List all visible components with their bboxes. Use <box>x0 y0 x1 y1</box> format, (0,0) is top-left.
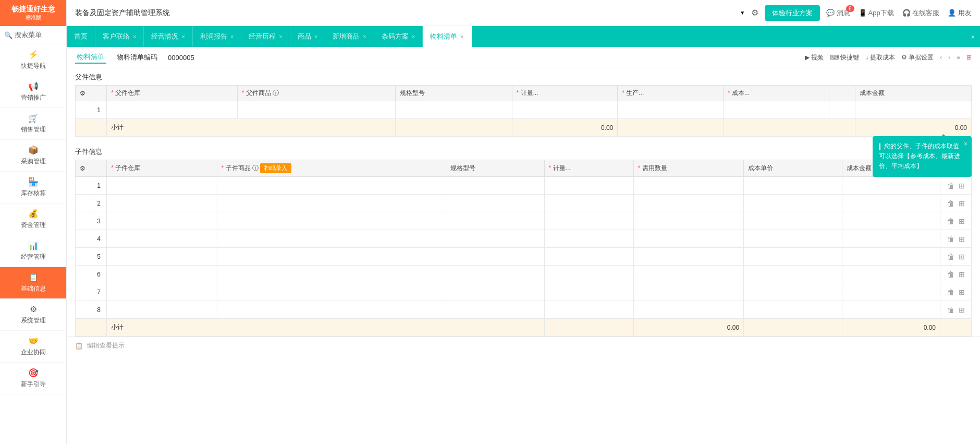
child-spec-4[interactable] <box>446 230 544 248</box>
sidebar-item-marketing[interactable]: 📢营销推广 <box>0 76 66 108</box>
tab-close-bom[interactable]: × <box>460 33 463 40</box>
app-download-btn[interactable]: 📱 App下载 <box>859 8 894 18</box>
child-warehouse-4[interactable] <box>107 230 217 248</box>
user-avatar[interactable]: 👤 用友 <box>948 8 972 18</box>
message-btn[interactable]: 💬 6 消息 <box>826 8 850 18</box>
child-product-8[interactable] <box>217 301 446 319</box>
copy-icon-6[interactable]: ⊞ <box>959 270 965 279</box>
nav-tab-profit[interactable]: 利润报告× <box>193 26 241 47</box>
sidebar-item-enterprise[interactable]: 🤝企业协同 <box>0 331 66 363</box>
child-product-1[interactable] <box>217 177 446 195</box>
delete-icon-2[interactable]: 🗑 <box>947 199 954 208</box>
nav-tab-customers[interactable]: 客户联络× <box>95 26 144 47</box>
experience-btn[interactable]: 体验行业方案 <box>765 5 820 21</box>
copy-icon-3[interactable]: ⊞ <box>959 217 965 225</box>
child-spec-8[interactable] <box>446 301 544 319</box>
child-warehouse-8[interactable] <box>107 301 217 319</box>
tooltip-close-btn[interactable]: × <box>964 139 967 149</box>
child-warehouse-3[interactable] <box>107 212 217 230</box>
nav-tab-products[interactable]: 商品× <box>290 26 325 47</box>
copy-icon-2[interactable]: ⊞ <box>959 199 965 208</box>
parent-quantity-cell[interactable] <box>512 101 618 119</box>
child-needed-1[interactable] <box>633 177 744 195</box>
child-needed-6[interactable] <box>633 266 744 283</box>
sidebar-item-quick-nav[interactable]: ⚡快捷导航 <box>0 44 66 76</box>
sidebar-item-sales[interactable]: 🛒销售管理 <box>0 108 66 140</box>
child-row-settings-6[interactable] <box>76 266 91 283</box>
nav-tab-home[interactable]: 首页 <box>67 26 95 47</box>
child-spec-7[interactable] <box>446 283 544 301</box>
parent-warehouse-cell[interactable] <box>107 101 238 119</box>
nav-prev-btn[interactable]: ‹ <box>940 54 942 61</box>
child-warehouse-6[interactable] <box>107 266 217 283</box>
nav-tab-history[interactable]: 经营历程× <box>241 26 290 47</box>
child-unitcost-2[interactable] <box>744 195 842 212</box>
child-row-settings-7[interactable] <box>76 283 91 301</box>
system-dropdown-icon[interactable]: ▼ <box>740 10 745 16</box>
child-quantity-8[interactable] <box>544 301 633 319</box>
close-all-tabs[interactable]: × <box>965 26 980 47</box>
delete-icon-5[interactable]: 🗑 <box>947 253 954 261</box>
tab-close-operations[interactable]: × <box>181 33 185 40</box>
child-spec-6[interactable] <box>446 266 544 283</box>
child-unitcost-4[interactable] <box>744 230 842 248</box>
online-service-btn[interactable]: 🎧 在线客服 <box>902 8 940 18</box>
child-product-3[interactable] <box>217 212 446 230</box>
child-warehouse-1[interactable] <box>107 177 217 195</box>
child-spec-2[interactable] <box>446 195 544 212</box>
sub-nav-bom-list[interactable]: 物料清单 <box>75 51 106 64</box>
child-row-settings-4[interactable] <box>76 230 91 248</box>
sidebar-item-operations-mgr[interactable]: 📊经营管理 <box>0 235 66 267</box>
child-quantity-5[interactable] <box>544 248 633 266</box>
copy-icon-4[interactable]: ⊞ <box>959 235 965 243</box>
delete-icon-4[interactable]: 🗑 <box>947 235 954 243</box>
child-needed-7[interactable] <box>633 283 744 301</box>
single-settings-btn[interactable]: ⚙ 单据设置 <box>901 53 934 62</box>
tab-close-profit[interactable]: × <box>230 33 234 40</box>
extract-cost-btn[interactable]: ↓ 提取成本 <box>865 53 895 62</box>
copy-icon-1[interactable]: ⊞ <box>959 182 965 190</box>
nav-next-btn[interactable]: › <box>948 54 950 61</box>
table-icon[interactable]: ≡ <box>957 54 960 61</box>
tab-close-new-product[interactable]: × <box>363 33 366 40</box>
child-spec-1[interactable] <box>446 177 544 195</box>
sidebar-item-basic-info[interactable]: 📋基础信息 <box>0 267 66 299</box>
nav-tab-bom[interactable]: 物料清单× <box>423 26 471 47</box>
child-needed-2[interactable] <box>633 195 744 212</box>
child-row-settings-8[interactable] <box>76 301 91 319</box>
parent-cost-cell[interactable] <box>723 101 829 119</box>
child-unitcost-1[interactable] <box>744 177 842 195</box>
child-warehouse-5[interactable] <box>107 248 217 266</box>
child-row-settings-5[interactable] <box>76 248 91 266</box>
child-row-settings-2[interactable] <box>76 195 91 212</box>
child-warehouse-7[interactable] <box>107 283 217 301</box>
child-unitcost-8[interactable] <box>744 301 842 319</box>
child-quantity-1[interactable] <box>544 177 633 195</box>
child-row-settings-1[interactable] <box>76 177 91 195</box>
child-unitcost-7[interactable] <box>744 283 842 301</box>
child-product-4[interactable] <box>217 230 446 248</box>
copy-icon-8[interactable]: ⊞ <box>959 306 965 314</box>
nav-tab-new-product[interactable]: 新增商品× <box>325 26 374 47</box>
delete-icon-8[interactable]: 🗑 <box>947 306 954 314</box>
child-quantity-2[interactable] <box>544 195 633 212</box>
child-needed-3[interactable] <box>633 212 744 230</box>
delete-icon-1[interactable]: 🗑 <box>947 182 954 190</box>
shortcut-btn[interactable]: ⌨ 快捷键 <box>830 53 859 62</box>
tab-close-products[interactable]: × <box>314 33 317 40</box>
child-product-6[interactable] <box>217 266 446 283</box>
copy-icon-7[interactable]: ⊞ <box>959 288 965 296</box>
child-spec-3[interactable] <box>446 212 544 230</box>
parent-th-settings[interactable]: ⚙ <box>76 86 91 101</box>
nav-tab-operations[interactable]: 经营情况× <box>144 26 192 47</box>
child-spec-5[interactable] <box>446 248 544 266</box>
child-unitcost-3[interactable] <box>744 212 842 230</box>
child-th-settings[interactable]: ⚙ <box>76 160 91 177</box>
video-btn[interactable]: ▶ 视频 <box>805 53 824 62</box>
child-needed-8[interactable] <box>633 301 744 319</box>
child-quantity-4[interactable] <box>544 230 633 248</box>
child-quantity-6[interactable] <box>544 266 633 283</box>
sidebar-item-inventory[interactable]: 🏪库存核算 <box>0 172 66 203</box>
sidebar-item-guide[interactable]: 🎯新手引导 <box>0 363 66 394</box>
delete-icon-3[interactable]: 🗑 <box>947 217 954 225</box>
